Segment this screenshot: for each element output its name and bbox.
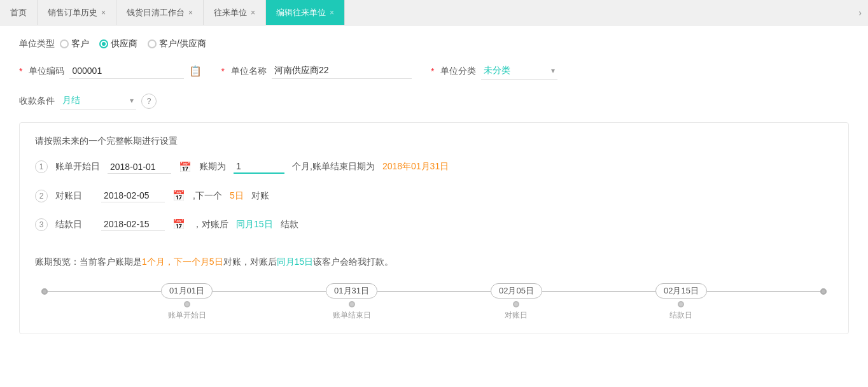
timeline-start-dot [41, 288, 48, 295]
period-suffix: 个月,账单结束日期为 [292, 161, 375, 172]
calendar-icon-2[interactable]: 📅 [172, 190, 185, 202]
unit-type-row: 单位类型 客户 供应商 客户/供应商 [19, 38, 849, 50]
period-input[interactable] [234, 160, 284, 174]
payment-cond-value: 月结 [62, 95, 126, 106]
radio-both-label: 客户/供应商 [159, 38, 206, 50]
payment-cond-label: 收款条件 [19, 95, 55, 107]
unit-category-required: * [431, 66, 434, 76]
unit-category-group: * 单位分类 未分类 ▾ [431, 62, 557, 80]
timeline-seg-5 [707, 283, 820, 292]
unit-name-required: * [221, 66, 224, 76]
timeline-line-2 [213, 291, 326, 292]
preview-end2: 该客户会给我打款。 [313, 257, 393, 267]
preview-mid: 下一个月5日 [174, 257, 223, 267]
preview-mid2: 对账，对账后 [223, 257, 277, 267]
unit-category-select[interactable]: 未分类 ▾ [481, 62, 557, 80]
condition-row-2: 2 对账日 📅 ,下一个 5日 对账 [35, 189, 833, 202]
radio-supplier[interactable]: 供应商 [99, 38, 137, 50]
timeline-badge-4: 02月15日 [655, 283, 707, 299]
row-num-3: 3 [35, 218, 48, 231]
unit-name-label: 单位名称 [231, 66, 267, 77]
timeline-node-3: 02月05日 对账日 [491, 283, 542, 321]
row-num-2: 2 [35, 190, 48, 202]
tab-more-arrow[interactable]: › [852, 8, 868, 18]
timeline-sub-3: 对账日 [505, 310, 528, 321]
section-instruction: 请按照未来的一个完整帐期进行设置 [35, 136, 833, 147]
timeline-end-dot [820, 288, 827, 295]
unit-type-group: 单位类型 客户 供应商 客户/供应商 [19, 38, 206, 50]
timeline-line-1 [48, 291, 161, 292]
reconcile-pre: ,下一个 [193, 190, 222, 202]
timeline-line-3 [377, 291, 491, 292]
tab-sales-history[interactable]: 销售订单历史 × [38, 0, 116, 25]
timeline-seg-2 [213, 283, 326, 292]
radio-both[interactable]: 客户/供应商 [148, 38, 206, 50]
help-icon[interactable]: ? [141, 94, 157, 109]
tab-cash-work[interactable]: 钱货日清工作台 × [116, 0, 204, 25]
payment-cond-row: 收款条件 月结 ▾ ? [19, 92, 849, 109]
tab-edit-partner[interactable]: 编辑往来单位 × [266, 0, 345, 25]
timeline-node-2: 01月31日 账单结束日 [326, 283, 377, 321]
reconcile-date-input[interactable] [101, 189, 165, 202]
close-icon[interactable]: × [251, 8, 255, 17]
timeline-seg-3 [377, 283, 491, 292]
close-icon[interactable]: × [330, 8, 334, 17]
tab-edit-partner-label: 编辑往来单位 [276, 7, 326, 18]
unit-code-group: * 单位编码 📋 [19, 63, 202, 79]
unit-code-required: * [19, 66, 22, 76]
row-num-1: 1 [35, 160, 48, 173]
timeline-dot-3 [513, 301, 519, 307]
timeline-node-1: 01月01日 账单开始日 [161, 283, 213, 321]
main-content: 单位类型 客户 供应商 客户/供应商 * 单位编码 [0, 25, 868, 387]
unit-info-row: * 单位编码 📋 * 单位名称 * 单位分类 未分类 ▾ [19, 62, 849, 80]
timeline-sub-2: 账单结束日 [333, 310, 371, 321]
timeline-dot-1 [184, 301, 190, 307]
start-date-input[interactable] [108, 160, 171, 174]
unit-code-label: 单位编码 [29, 66, 64, 77]
period-label: 账期为 [199, 161, 226, 172]
preview-section: 账期预览：当前客户账期是1个月，下一个月5日对账，对账后同月15日该客户会给我打… [35, 246, 833, 321]
timeline-dot-4 [678, 301, 684, 307]
calendar-icon-3[interactable]: 📅 [172, 218, 185, 230]
end-date-display: 2018年01月31日 [382, 161, 449, 172]
tab-bar: 首页 销售订单历史 × 钱货日清工作台 × 往来单位 × 编辑往来单位 × › [0, 0, 868, 25]
radio-group: 客户 供应商 客户/供应商 [60, 38, 206, 50]
settle-day: 同月15日 [236, 219, 273, 230]
unit-name-input[interactable] [272, 63, 412, 79]
close-icon[interactable]: × [101, 8, 106, 17]
radio-customer[interactable]: 客户 [60, 38, 89, 50]
reconcile-post: 对账 [251, 190, 269, 202]
tab-partner[interactable]: 往来单位 × [204, 0, 266, 25]
settle-date-input[interactable] [101, 218, 165, 231]
row-label-1: 账单开始日 [55, 161, 100, 172]
timeline-seg-4 [542, 283, 655, 292]
radio-both-circle [148, 39, 157, 48]
timeline-sub-1: 账单开始日 [168, 310, 206, 321]
radio-supplier-circle [99, 39, 108, 48]
chevron-down-icon: ▾ [130, 96, 134, 105]
timeline-dot-2 [349, 301, 355, 307]
timeline-badge-1: 01月01日 [161, 283, 213, 299]
preview-end: 同月15日 [277, 257, 314, 267]
calendar-icon-1[interactable]: 📅 [179, 161, 192, 173]
timeline-seg-1 [48, 283, 161, 292]
radio-supplier-label: 供应商 [111, 38, 137, 50]
copy-icon[interactable]: 📋 [189, 65, 202, 77]
radio-customer-label: 客户 [71, 38, 89, 50]
payment-section: 请按照未来的一个完整帐期进行设置 1 账单开始日 📅 账期为 个月,账单结束日期… [19, 122, 849, 334]
unit-code-input[interactable] [69, 63, 184, 79]
tab-cash-work-label: 钱货日清工作台 [127, 7, 185, 18]
close-icon[interactable]: × [188, 8, 193, 17]
settle-pre: ，对账后 [193, 219, 228, 230]
timeline-end [820, 283, 827, 295]
unit-category-label: 单位分类 [440, 66, 476, 77]
timeline: 01月01日 账单开始日 01月31日 账单结束日 [35, 283, 833, 321]
timeline-sub-4: 结款日 [669, 310, 692, 321]
unit-type-label: 单位类型 [19, 38, 55, 50]
timeline-line-4 [542, 291, 655, 292]
radio-customer-circle [60, 39, 69, 48]
tab-partner-label: 往来单位 [214, 7, 247, 18]
tab-home[interactable]: 首页 [0, 0, 38, 25]
payment-cond-select[interactable]: 月结 ▾ [60, 92, 136, 109]
timeline-line-5 [707, 291, 820, 292]
